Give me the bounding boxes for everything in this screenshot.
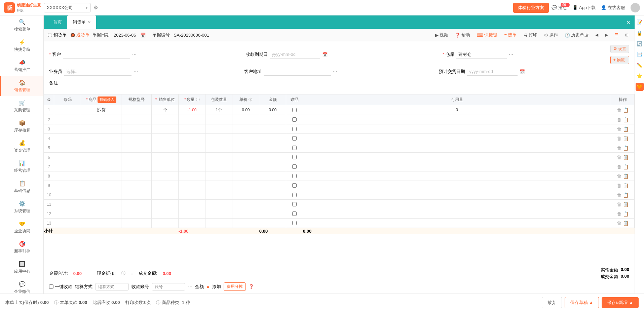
row-barcode[interactable] — [54, 190, 81, 200]
row-gift[interactable] — [286, 134, 303, 143]
sidebar-search[interactable]: 🔍 搜索菜单 — [0, 15, 43, 36]
row-barcode[interactable] — [54, 181, 81, 190]
row-qty[interactable] — [179, 162, 205, 171]
row-spec[interactable] — [121, 105, 152, 115]
row-qty[interactable] — [179, 219, 205, 228]
row-product[interactable] — [81, 134, 121, 143]
tab-sales-order[interactable]: 销货单 ✕ — [67, 15, 96, 29]
payment-method-input[interactable] — [95, 283, 129, 290]
discard-button[interactable]: 放弃 — [542, 297, 562, 308]
th-config[interactable]: ⚙ — [44, 94, 54, 105]
row-spec[interactable] — [121, 200, 152, 209]
radio-sales-input[interactable] — [48, 33, 52, 37]
sidebar-item-basic[interactable]: 📋 基础信息 — [0, 177, 43, 197]
radio-return[interactable]: 退货单 — [71, 32, 89, 38]
tab-home[interactable]: 首页 — [48, 15, 67, 29]
row-spec[interactable] — [121, 134, 152, 143]
row-gift[interactable] — [286, 153, 303, 162]
row-price[interactable] — [232, 190, 259, 200]
sidebar-item-shortcut[interactable]: ⚡ 快捷导航 — [0, 36, 43, 56]
sidebar-item-business[interactable]: 📊 经营管理 — [0, 157, 43, 177]
add-icon[interactable]: ● — [206, 284, 209, 289]
remark-input[interactable] — [63, 79, 265, 87]
row-price[interactable] — [232, 219, 259, 228]
message-btn[interactable]: 💬 消息 99+ — [552, 5, 567, 11]
list-view-btn[interactable]: ☰ — [613, 32, 620, 38]
addr-ellipsis[interactable]: ··· — [333, 69, 337, 75]
right-panel-orange-btn[interactable]: 🧡 — [636, 83, 644, 91]
grid-view-btn[interactable]: ⊞ — [623, 32, 631, 38]
row-price[interactable] — [232, 162, 259, 171]
row-product[interactable] — [81, 190, 121, 200]
row-price[interactable] — [232, 134, 259, 143]
row-product[interactable] — [81, 124, 121, 134]
print-btn[interactable]: 🖨 打印 — [521, 31, 539, 39]
copy-icon[interactable]: 📋 — [623, 155, 629, 160]
row-qty[interactable] — [179, 143, 205, 153]
row-barcode[interactable] — [54, 162, 81, 171]
delete-icon[interactable]: 🗑 — [617, 136, 621, 141]
sidebar-item-finance[interactable]: 💰 资金管理 — [0, 137, 43, 157]
delete-icon[interactable]: 🗑 — [617, 192, 621, 198]
row-qty[interactable] — [179, 134, 205, 143]
row-barcode[interactable] — [54, 153, 81, 162]
row-barcode[interactable] — [54, 209, 81, 219]
sidebar-item-marketing[interactable]: 📣 营销推广 — [0, 56, 43, 76]
copy-icon[interactable]: 📋 — [623, 145, 629, 151]
copy-icon[interactable]: 📋 — [623, 164, 629, 169]
sidebar-item-purchase[interactable]: 🛒 采购管理 — [0, 96, 43, 116]
row-spec[interactable] — [121, 124, 152, 134]
sidebar-item-inventory[interactable]: 📦 库存核算 — [0, 116, 43, 137]
row-gift[interactable] — [286, 181, 303, 190]
row-qty[interactable] — [179, 181, 205, 190]
one-click-checkbox[interactable] — [49, 284, 53, 289]
row-product[interactable] — [81, 162, 121, 171]
copy-icon[interactable]: 📋 — [623, 202, 629, 207]
row-product[interactable] — [81, 209, 121, 219]
row-price[interactable]: 0.00 — [232, 105, 259, 115]
delete-icon[interactable]: 🗑 — [617, 211, 621, 217]
row-barcode[interactable] — [54, 171, 81, 181]
right-panel-pencil-btn[interactable]: ✏️ — [636, 61, 644, 69]
row-qty[interactable] — [179, 171, 205, 181]
warehouse-ellipsis[interactable]: ··· — [509, 51, 513, 57]
copy-icon[interactable]: 📋 — [623, 192, 629, 198]
settings-icon[interactable]: ⚙ — [93, 4, 98, 11]
select-order-btn[interactable]: ≡ 选单 — [502, 31, 519, 39]
delete-icon[interactable]: 🗑 — [617, 173, 621, 179]
row-product[interactable] — [81, 143, 121, 153]
row-gift[interactable] — [286, 105, 303, 115]
delete-icon[interactable]: 🗑 — [617, 202, 621, 207]
tab-close-btn[interactable]: ✕ — [626, 19, 631, 26]
row-product[interactable] — [81, 153, 121, 162]
row-qty[interactable] — [179, 115, 205, 124]
row-price[interactable] — [232, 124, 259, 134]
app-download-btn[interactable]: 📱 App下载 — [572, 5, 596, 11]
delete-icon[interactable]: 🗑 — [617, 145, 621, 151]
radio-sales[interactable]: 销货单 — [48, 32, 67, 38]
row-barcode[interactable] — [54, 200, 81, 209]
row-price[interactable] — [232, 209, 259, 219]
row-gift[interactable] — [286, 124, 303, 134]
right-panel-lock-btn[interactable]: 🔒 — [636, 29, 644, 37]
row-gift[interactable] — [286, 171, 303, 181]
customer-input[interactable] — [63, 50, 130, 59]
row-spec[interactable] — [121, 143, 152, 153]
row-spec[interactable] — [121, 162, 152, 171]
shortcut-key-btn[interactable]: ⌨ 快捷键 — [475, 31, 499, 39]
sidebar-item-sales[interactable]: 🏠 销售管理 — [0, 76, 43, 96]
row-barcode[interactable] — [54, 143, 81, 153]
calendar-icon[interactable]: 📅 — [140, 33, 146, 38]
expected-date-input[interactable] — [467, 68, 518, 76]
sidebar-item-wechat[interactable]: 💬 企业微信 — [0, 278, 43, 294]
copy-icon[interactable]: 📋 — [623, 183, 629, 188]
row-price[interactable] — [232, 153, 259, 162]
row-price[interactable] — [232, 171, 259, 181]
one-click-payment[interactable]: 一键收款 — [49, 284, 72, 290]
row-gift[interactable] — [286, 200, 303, 209]
row-qty[interactable] — [179, 153, 205, 162]
row-qty[interactable] — [179, 209, 205, 219]
row-barcode[interactable] — [54, 134, 81, 143]
logistics-button[interactable]: + 物流 — [610, 56, 629, 64]
account-ellipsis[interactable]: ··· — [188, 284, 192, 290]
